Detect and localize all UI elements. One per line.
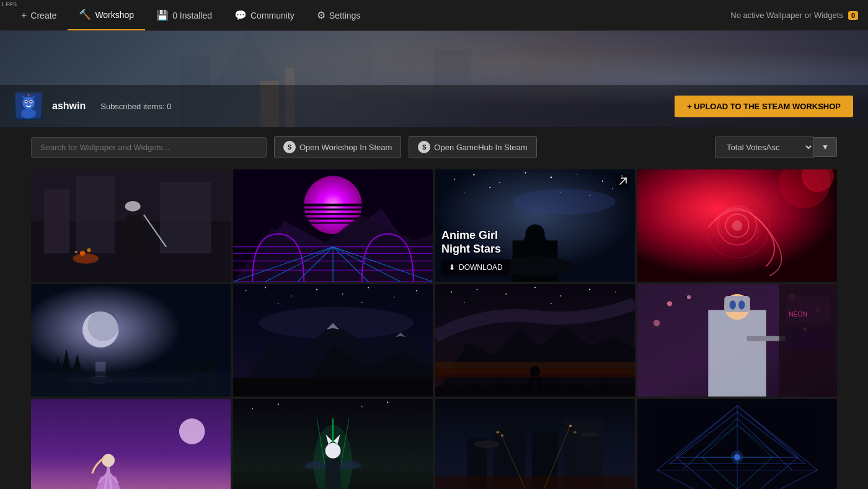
nav-community[interactable]: 💬 Community xyxy=(223,0,306,30)
card-5-title: Mountain Moon xyxy=(37,377,224,391)
nav-community-label: Community xyxy=(250,11,294,20)
card-3-download-button[interactable]: ⬇ DOWNLOAD xyxy=(441,259,510,276)
avatar-svg xyxy=(16,94,41,119)
wallpaper-card-8[interactable]: NEON Sakura Anime xyxy=(637,284,837,397)
download-label: DOWNLOAD xyxy=(459,263,503,272)
nav-create-label: Create xyxy=(30,11,56,20)
svg-point-53 xyxy=(473,174,474,175)
nav-workshop-label: Workshop xyxy=(95,10,134,20)
card-3-title-line1: Anime Girl xyxy=(441,229,510,243)
wallpaper-card-3[interactable]: Anime Girl Night Stars ⬇ DOWNLOAD xyxy=(435,169,635,282)
card-3-label: Anime Girl Night Stars ⬇ DOWNLOAD xyxy=(441,229,510,276)
open-workshop-label: Open Workshop In Steam xyxy=(299,143,392,152)
username: ashwin xyxy=(52,101,86,112)
wallpaper-card-7[interactable]: Starry Mountain xyxy=(435,284,635,397)
svg-point-65 xyxy=(513,189,616,215)
svg-point-54 xyxy=(499,182,500,183)
sort-select[interactable]: Total VotesAsc Total VotesDesc NewestFir… xyxy=(715,137,814,158)
wallpaper-card-12[interactable]: Geometric Pattern xyxy=(637,399,837,489)
installed-icon: 💾 xyxy=(156,9,169,21)
svg-point-13 xyxy=(25,101,27,102)
card-3-title-line2: Night Stars xyxy=(441,243,510,256)
card-4-title: Red Vortex xyxy=(644,262,831,276)
card-2-title: Neon Retrowave xyxy=(239,262,427,276)
svg-point-57 xyxy=(577,174,578,175)
workshop-icon: 🔨 xyxy=(79,9,91,20)
status-text: No active Wallpaper or Widgets xyxy=(730,11,843,20)
user-avatar xyxy=(15,92,42,120)
avatar-image xyxy=(15,92,42,120)
wallpaper-card-4[interactable]: Red Vortex xyxy=(637,169,837,282)
create-icon: + xyxy=(21,10,27,21)
svg-point-61 xyxy=(489,187,490,188)
subscribed-text: Subscribed items: 0 xyxy=(100,102,171,111)
nav-workshop[interactable]: 🔨 Workshop xyxy=(68,0,145,30)
settings-icon: ⚙ xyxy=(317,9,326,21)
svg-point-10 xyxy=(21,109,36,119)
svg-point-56 xyxy=(551,176,552,177)
nav-status: No active Wallpaper or Widgets 0 xyxy=(730,11,858,20)
community-icon: 💬 xyxy=(234,9,247,21)
card-8-title: Sakura Anime xyxy=(644,377,831,391)
svg-point-9 xyxy=(22,97,35,109)
open-workshop-button[interactable]: S Open Workshop In Steam xyxy=(274,136,401,158)
wallpaper-card-6[interactable]: Mountain Night xyxy=(233,284,433,397)
nav-create[interactable]: + Create xyxy=(10,0,68,30)
nav-installed-label: 0 Installed xyxy=(172,11,212,20)
wallpaper-card-10[interactable]: Anime Archer xyxy=(233,399,433,489)
card-6-title: Mountain Night xyxy=(239,377,427,391)
open-gamehub-label: Open GameHub In Steam xyxy=(434,143,527,152)
sort-dropdown: Total VotesAsc Total VotesDesc NewestFir… xyxy=(715,137,837,158)
open-gamehub-button[interactable]: S Open GameHub In Steam xyxy=(409,136,536,158)
sort-arrow-icon[interactable]: ▼ xyxy=(814,137,837,157)
hero-banner: ashwin Subscribed items: 0 + UPLOAD TO T… xyxy=(0,31,868,127)
svg-point-64 xyxy=(612,189,613,190)
search-input[interactable] xyxy=(31,137,267,158)
wallpaper-card-5[interactable]: Mountain Moon xyxy=(31,284,231,397)
svg-point-52 xyxy=(454,179,455,180)
top-nav: 1 FPS + Create 🔨 Workshop 💾 0 Installed … xyxy=(0,0,868,31)
svg-point-60 xyxy=(464,192,465,193)
wallpaper-card-9[interactable]: Anime Walk Purple xyxy=(31,399,231,489)
nav-installed[interactable]: 💾 0 Installed xyxy=(145,0,223,30)
upload-workshop-button[interactable]: + UPLOAD TO THE STEAM WORKSHOP xyxy=(675,96,853,117)
wallpaper-card-11[interactable]: Dark Sci-Fi City xyxy=(435,399,635,489)
card-7-title: Starry Mountain xyxy=(441,377,629,391)
steam-icon: S xyxy=(283,141,296,153)
hero-user-bar: ashwin Subscribed items: 0 + UPLOAD TO T… xyxy=(0,85,868,127)
steam-icon-2: S xyxy=(418,141,430,153)
status-badge: 0 xyxy=(848,11,858,20)
wallpaper-card-1[interactable]: 2B NieR Scene xyxy=(31,169,231,282)
wallpaper-grid: 2B NieR Scene xyxy=(0,167,868,489)
search-row: S Open Workshop In Steam S Open GameHub … xyxy=(0,127,868,167)
svg-point-55 xyxy=(525,172,526,173)
nav-settings-label: Settings xyxy=(329,11,361,20)
nav-settings[interactable]: ⚙ Settings xyxy=(306,0,372,30)
external-link-icon[interactable] xyxy=(616,174,630,188)
card-1-title: 2B NieR Scene xyxy=(37,262,224,276)
download-icon: ⬇ xyxy=(449,263,455,272)
svg-point-14 xyxy=(30,101,32,102)
svg-point-58 xyxy=(602,181,603,182)
wallpaper-card-2[interactable]: Neon Retrowave xyxy=(233,169,433,282)
